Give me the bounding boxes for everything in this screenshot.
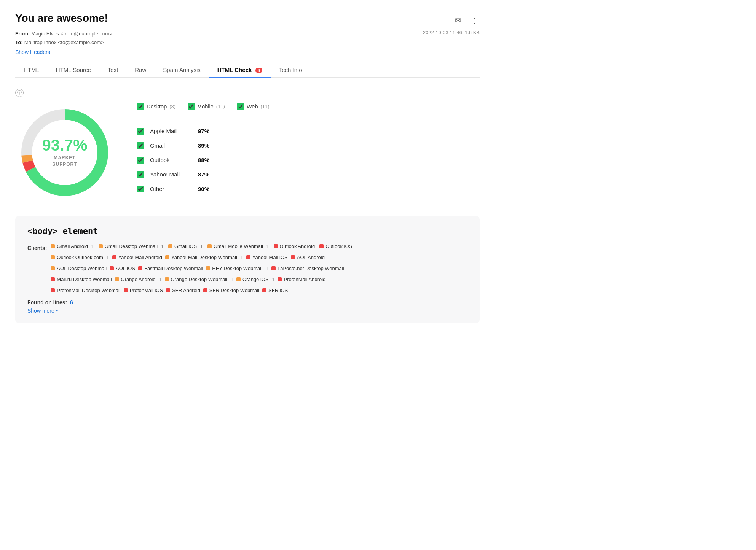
dot-outlook-android — [274, 244, 278, 248]
dot-sfr-ios — [262, 288, 266, 292]
email-meta: 2022-10-03 11:46, 1.6 KB — [423, 30, 480, 35]
dot-yahoo-ios — [246, 255, 250, 259]
dot-mailru — [51, 277, 55, 281]
filter-desktop-label: Desktop — [147, 103, 167, 110]
client-other-name: Other — [150, 186, 192, 192]
dot-protonmail-desktop — [51, 288, 55, 292]
tab-html-check[interactable]: HTML Check 6 — [209, 63, 271, 78]
filter-mobile-label: Mobile — [197, 103, 214, 110]
from-line: From: Magic Elves <from@example.com> — [15, 30, 112, 38]
dot-orange-ios — [236, 277, 241, 281]
show-more-label: Show more — [27, 308, 54, 314]
dot-fastmail — [138, 266, 142, 270]
client-gmail-checkbox[interactable] — [137, 142, 144, 149]
tag-gmail-desktop: Gmail Desktop Webmail 1 — [99, 243, 164, 250]
from-value: Magic Elves <from@example.com> — [31, 31, 112, 37]
filter-desktop-count: (8) — [169, 103, 175, 109]
client-yahoo-name: Yahoo! Mail — [150, 171, 192, 178]
tag-yahoo-android: Yahoo! Mail Android — [112, 254, 162, 261]
show-headers-link[interactable]: Show Headers — [15, 49, 50, 55]
client-row-yahoo: Yahoo! Mail 87% — [137, 167, 480, 182]
tag-outlook-ios: Outlook iOS — [319, 243, 352, 250]
clients-row3: AOL Desktop Webmail AOL iOS Fastmail Des… — [51, 265, 467, 272]
tag-outlook-android: Outlook Android — [274, 243, 315, 250]
found-label: Found on lines: — [27, 299, 67, 305]
filter-mobile-checkbox[interactable] — [188, 103, 195, 110]
clients-row5: ProtonMail Desktop Webmail ProtonMail iO… — [51, 287, 467, 294]
clients-tags: Gmail Android 1 Gmail Desktop Webmail 1 … — [51, 243, 467, 294]
filter-desktop-checkbox[interactable] — [137, 103, 144, 110]
client-outlook-name: Outlook — [150, 157, 192, 163]
dot-aol-android — [291, 255, 295, 259]
to-line: To: Mailtrap Inbox <to@example.com> — [15, 38, 112, 47]
email-header: You are awesome! ✉ ⋮ — [15, 12, 480, 27]
tag-protonmail-desktop: ProtonMail Desktop Webmail — [51, 287, 120, 294]
client-yahoo-pct: 87% — [198, 171, 209, 178]
dot-aol-ios — [110, 266, 114, 270]
email-icon-button[interactable]: ✉ — [453, 14, 463, 27]
tab-html[interactable]: HTML — [15, 63, 48, 78]
client-outlook-pct: 88% — [198, 157, 209, 163]
header-icons: ✉ ⋮ — [453, 14, 480, 27]
chevron-down-icon: ▾ — [56, 308, 58, 313]
more-options-button[interactable]: ⋮ — [469, 14, 480, 27]
email-title: You are awesome! — [15, 12, 108, 24]
tab-tech-info[interactable]: Tech Info — [271, 63, 311, 78]
tab-html-source[interactable]: HTML Source — [48, 63, 99, 78]
from-label: From: — [15, 31, 30, 37]
dot-sfr-android — [166, 288, 170, 292]
tabs-bar: HTML HTML Source Text Raw Spam Analysis … — [15, 63, 480, 78]
filter-row: Desktop (8) Mobile (11) Web (11) — [137, 103, 480, 110]
client-apple-mail-name: Apple Mail — [150, 128, 192, 134]
tag-aol-ios: AOL iOS — [110, 265, 135, 272]
dot-aol-desktop — [51, 266, 55, 270]
email-title-block: You are awesome! — [15, 12, 108, 24]
dot-outlook-com — [51, 255, 55, 259]
client-gmail-pct: 89% — [198, 142, 209, 149]
html-check-badge: 6 — [255, 68, 262, 73]
tag-gmail-android: Gmail Android 1 — [51, 243, 94, 250]
tab-text[interactable]: Text — [99, 63, 127, 78]
tag-orange-android: Orange Android 1 — [115, 276, 162, 283]
client-other-checkbox[interactable] — [137, 186, 144, 192]
client-apple-mail-pct: 97% — [198, 128, 209, 134]
tag-laposte: LaPoste.net Desktop Webmail — [271, 265, 344, 272]
divider — [137, 118, 480, 118]
dot-gmail-android — [51, 244, 55, 248]
dot-orange-desktop — [165, 277, 169, 281]
tab-spam-analysis[interactable]: Spam Analysis — [155, 63, 209, 78]
tag-hey: HEY Desktop Webmail 1 — [206, 265, 268, 272]
tag-aol-desktop: AOL Desktop Webmail — [51, 265, 107, 272]
client-row-outlook: Outlook 88% — [137, 153, 480, 167]
tag-yahoo-desktop: Yahoo! Mail Desktop Webmail 1 — [165, 254, 243, 261]
info-icon-wrapper: ⓘ — [15, 89, 480, 97]
filter-web-count: (11) — [261, 103, 270, 109]
right-panel: Desktop (8) Mobile (11) Web (11) Apple M… — [137, 103, 480, 196]
donut-section: 93.7% MARKET SUPPORT — [15, 103, 114, 202]
found-lines: Found on lines: 6 — [27, 299, 467, 305]
tag-outlook-com: Outlook Outlook.com 1 — [51, 254, 109, 261]
donut-label: MARKET SUPPORT — [42, 155, 87, 168]
client-yahoo-checkbox[interactable] — [137, 171, 144, 178]
donut-center: 93.7% MARKET SUPPORT — [42, 137, 87, 168]
dot-protonmail-android — [278, 277, 282, 281]
client-outlook-checkbox[interactable] — [137, 157, 144, 164]
dot-hey — [206, 266, 210, 270]
tag-yahoo-ios: Yahoo! Mail iOS — [246, 254, 288, 261]
filter-web-checkbox[interactable] — [237, 103, 244, 110]
to-label: To: — [15, 40, 23, 45]
dot-yahoo-desktop — [165, 255, 169, 259]
dot-sfr-desktop — [203, 288, 207, 292]
client-apple-mail-checkbox[interactable] — [137, 128, 144, 135]
show-more-button[interactable]: Show more ▾ — [27, 308, 58, 314]
tag-sfr-android: SFR Android — [166, 287, 200, 294]
body-element-title: <body> element — [27, 226, 467, 236]
email-icon: ✉ — [455, 16, 461, 25]
tag-protonmail-ios: ProtonMail iOS — [124, 287, 163, 294]
tag-orange-desktop: Orange Desktop Webmail 1 — [165, 276, 233, 283]
clients-label: Clients: — [27, 243, 47, 253]
tab-raw[interactable]: Raw — [126, 63, 155, 78]
client-gmail-name: Gmail — [150, 142, 192, 149]
body-element-section: <body> element Clients: Gmail Android 1 … — [15, 216, 480, 323]
main-content: 93.7% MARKET SUPPORT Desktop (8) Mobile … — [15, 103, 480, 202]
